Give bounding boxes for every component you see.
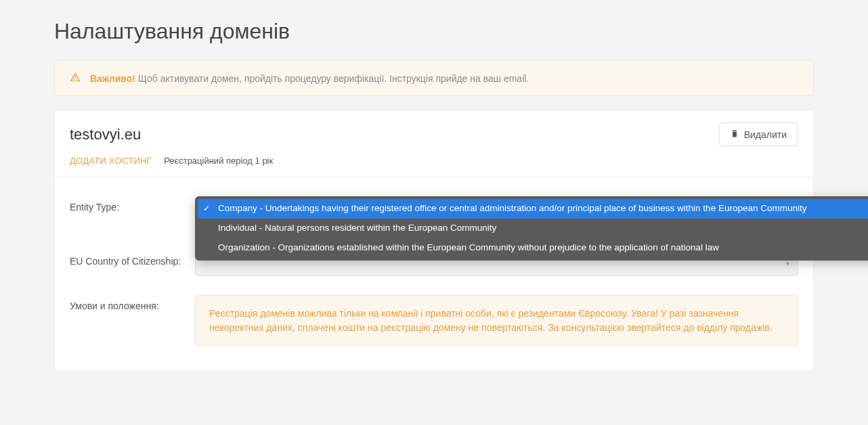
card-body: Entity Type: omain ✓ Company - Undertaki… — [55, 177, 813, 371]
terms-control: Реєстрація доменів можлива тільки на ком… — [195, 295, 798, 346]
dropdown-option-organization[interactable]: Organization - Organizations established… — [198, 238, 868, 258]
alert-banner: Важливо! Щоб активувати домен, пройдіть … — [54, 60, 814, 96]
terms-box: Реєстрація доменів можлива тільки на ком… — [195, 295, 798, 346]
trash-icon — [731, 129, 739, 140]
terms-row: Умови и положення: Реєстрація доменів мо… — [70, 295, 798, 346]
delete-button[interactable]: Видалити — [719, 122, 798, 146]
dropdown-option-label: Individual - Natural persons resident wi… — [218, 223, 496, 233]
dropdown-option-label: Organization - Organizations established… — [218, 242, 719, 252]
alert-strong: Важливо! — [90, 73, 135, 84]
domain-name: testovyi.eu — [70, 126, 141, 143]
entity-type-label: Entity Type: — [70, 196, 195, 212]
domain-card: testovyi.eu Видалити ДОДАТИ ХОСТИНГ Реєс… — [54, 110, 814, 372]
card-header: testovyi.eu Видалити ДОДАТИ ХОСТИНГ Реєс… — [55, 110, 813, 177]
page-title: Налаштування доменів — [54, 0, 814, 60]
terms-label: Умови и положення: — [70, 295, 195, 311]
chevron-down-icon: ▾ — [786, 260, 789, 267]
entity-type-row: Entity Type: omain ✓ Company - Undertaki… — [70, 196, 798, 212]
dropdown-option-label: Company - Undertakings having their regi… — [218, 203, 806, 213]
delete-label: Видалити — [744, 129, 787, 140]
add-hosting-link[interactable]: ДОДАТИ ХОСТИНГ — [70, 156, 152, 166]
check-icon: ✓ — [203, 203, 210, 215]
entity-type-dropdown[interactable]: ✓ Company - Undertakings having their re… — [195, 196, 868, 261]
alert-text: Щоб активувати домен, пройдіть процедуру… — [138, 73, 529, 84]
dropdown-option-company[interactable]: ✓ Company - Undertakings having their re… — [198, 199, 868, 219]
warning-icon — [70, 72, 81, 85]
country-label: EU Country of Citizenship: — [70, 250, 195, 267]
alert-content: Важливо! Щоб активувати домен, пройдіть … — [90, 73, 529, 84]
dropdown-option-individual[interactable]: Individual - Natural persons resident wi… — [198, 219, 868, 238]
registration-period: Реєстраційний період 1 рік — [164, 156, 273, 166]
